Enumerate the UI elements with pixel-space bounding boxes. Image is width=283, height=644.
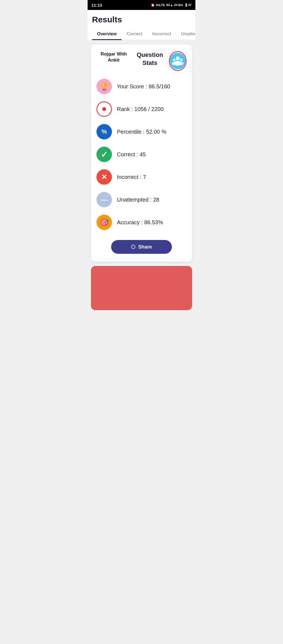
tab-incorrect[interactable]: Incorrect [147, 28, 176, 40]
rank-icon [96, 101, 112, 117]
card-header: Rojgar With Ankit Question Stats [96, 51, 187, 71]
red-section [91, 266, 192, 310]
score-icon: 🏆 [96, 79, 112, 94]
status-icons: ⏰ VoLTE 4G▲ 24 B/s 🔋47 [151, 3, 192, 7]
volte-label: VoLTE [156, 3, 165, 7]
stat-row-correct: ✓ Correct : 45 [96, 147, 187, 162]
svg-point-0 [176, 56, 180, 60]
battery-icon: 🔋47 [184, 3, 192, 7]
percentile-text: Percentile : 52.00 % [117, 129, 166, 135]
logo-svg [171, 54, 184, 68]
speed-label: 24 B/s [174, 3, 183, 7]
share-button-container: ⬡ Share [96, 237, 187, 254]
incorrect-icon: ✕ [96, 169, 112, 185]
stat-row-incorrect: ✕ Incorrect : 7 [96, 169, 187, 185]
svg-point-4 [172, 62, 177, 65]
stat-row-unattempted: — Unattempted : 28 [96, 192, 187, 207]
percentile-icon: % [96, 124, 112, 139]
page-title: Results [92, 15, 191, 28]
stat-row-score: 🏆 Your Score : 86.5/160 [96, 79, 187, 94]
unattempted-text: Unattempted : 28 [117, 197, 159, 203]
unattempted-icon: — [96, 192, 112, 207]
svg-point-5 [179, 62, 184, 65]
share-button[interactable]: ⬡ Share [111, 240, 172, 254]
tab-correct[interactable]: Correct [122, 28, 147, 40]
stats-card: Rojgar With Ankit Question Stats [91, 44, 192, 262]
rank-text: Rank : 1056 / 2200 [117, 106, 164, 112]
signal-icon: 4G▲ [166, 3, 173, 7]
tab-unattempted[interactable]: Unattem... [176, 28, 195, 40]
brand-logo [169, 51, 187, 71]
correct-text: Correct : 45 [117, 151, 146, 158]
accuracy-text: Accuracy : 86.53% [117, 219, 163, 226]
main-content: Rojgar With Ankit Question Stats [88, 40, 195, 315]
accuracy-icon: 🎯 [96, 215, 112, 230]
svg-point-2 [173, 59, 175, 61]
stat-row-accuracy: 🎯 Accuracy : 86.53% [96, 215, 187, 230]
tab-bar: Overview Correct Incorrect Unattem... [92, 28, 191, 40]
stat-row-percentile: % Percentile : 52.00 % [96, 124, 187, 139]
share-icon: ⬡ [131, 244, 135, 250]
share-label: Share [138, 244, 152, 250]
clock-icon: ⏰ [151, 3, 155, 7]
card-title: Question Stats [131, 51, 169, 67]
page-header: Results Overview Correct Incorrect Unatt… [88, 10, 195, 40]
stat-row-rank: Rank : 1056 / 2200 [96, 101, 187, 117]
svg-point-3 [180, 59, 183, 61]
incorrect-text: Incorrect : 7 [117, 174, 146, 180]
score-text: Your Score : 86.5/160 [117, 83, 170, 90]
status-bar: 11:13 ⏰ VoLTE 4G▲ 24 B/s 🔋47 [88, 0, 195, 10]
correct-icon: ✓ [96, 147, 112, 162]
tab-overview[interactable]: Overview [92, 28, 122, 40]
status-time: 11:13 [91, 3, 102, 7]
brand-name: Rojgar With Ankit [96, 51, 131, 63]
